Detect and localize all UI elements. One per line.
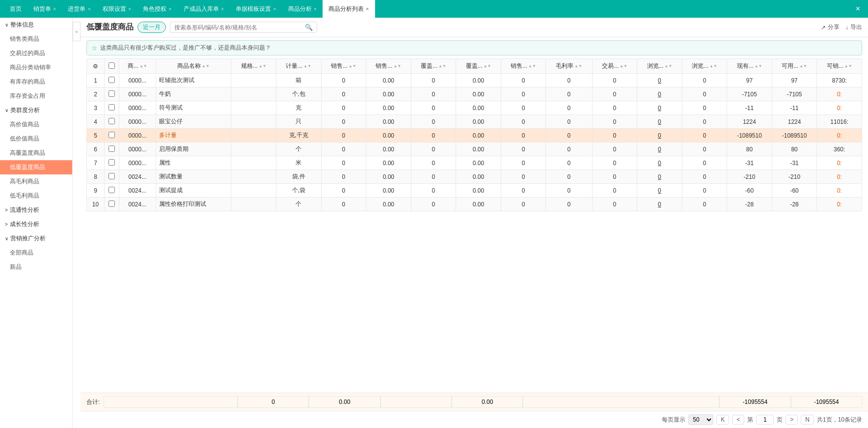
row-select-checkbox[interactable] — [108, 187, 115, 193]
sidebar-item-high-margin[interactable]: 高毛利商品 — [0, 174, 72, 189]
col-available-stock-header[interactable]: 可用...▲▼ — [772, 59, 817, 74]
sidebar-item-low-coverage[interactable]: 低覆盖度商品 — [0, 160, 72, 174]
next-page-button[interactable]: > — [786, 415, 798, 425]
nav-close-all-button[interactable]: × — [852, 4, 864, 13]
row-name[interactable]: 属性 — [156, 156, 231, 170]
sidebar-item-category-rate[interactable]: 商品分类动销率 — [0, 60, 72, 75]
close-icon[interactable]: × — [168, 6, 171, 12]
col-sales-qty-header[interactable]: 销售...▲▼ — [321, 59, 366, 74]
row-name[interactable]: 牛奶 — [156, 87, 231, 101]
close-icon[interactable]: × — [53, 6, 56, 12]
row-select-checkbox[interactable] — [108, 173, 115, 179]
row-select-checkbox[interactable] — [108, 90, 115, 97]
nav-role-auth[interactable]: 角色授权 × — [137, 0, 177, 18]
row-browse1[interactable]: 0 — [637, 129, 682, 143]
col-sales-days-header[interactable]: 销售...▲▼ — [501, 59, 546, 74]
prev-page-button[interactable]: < — [732, 415, 744, 425]
col-coverage1-header[interactable]: 覆盖...▲▼ — [411, 59, 456, 74]
row-select-checkbox[interactable] — [108, 77, 115, 83]
row-browse1[interactable]: 0 — [637, 198, 682, 211]
close-icon[interactable]: × — [221, 6, 224, 12]
row-select-checkbox[interactable] — [108, 104, 115, 111]
nav-product-analysis-list[interactable]: 商品分析列表 × — [323, 0, 375, 18]
row-browse1[interactable]: 0 — [637, 115, 682, 129]
row-name[interactable]: 眼宝公仔 — [156, 115, 231, 129]
nav-template-settings[interactable]: 单据模板设置 × — [230, 0, 282, 18]
row-browse1[interactable]: 0 — [637, 170, 682, 184]
nav-home[interactable]: 首页 — [4, 0, 27, 18]
nav-permissions[interactable]: 权限设置 × — [97, 0, 137, 18]
col-name-header[interactable]: 商品名称▲▼ — [156, 59, 231, 74]
search-box[interactable]: 🔍 — [170, 22, 317, 33]
row-checkbox[interactable] — [105, 129, 119, 143]
row-select-checkbox[interactable] — [108, 145, 115, 152]
row-browse1[interactable]: 0 — [637, 184, 682, 198]
col-checkbox-header[interactable] — [105, 59, 119, 74]
close-icon[interactable]: × — [314, 6, 317, 12]
nav-product-analysis[interactable]: 商品分析 × — [282, 0, 323, 18]
sidebar-item-low-margin[interactable]: 低毛利商品 — [0, 189, 72, 203]
filter-period-button[interactable]: 近一月 — [137, 22, 166, 33]
select-all-checkbox[interactable] — [108, 62, 115, 69]
row-checkbox[interactable] — [105, 115, 119, 129]
sidebar-section-cluster[interactable]: ∨ 类群度分析 — [0, 103, 72, 117]
first-page-button[interactable]: K — [716, 415, 729, 425]
row-browse1[interactable]: 0 — [637, 87, 682, 101]
col-code-header[interactable]: 商...▲▼ — [119, 59, 156, 74]
col-trade-header[interactable]: 交易...▲▼ — [592, 59, 637, 74]
close-icon[interactable]: × — [128, 6, 131, 12]
sidebar-section-growth[interactable]: > 成长性分析 — [0, 217, 72, 231]
row-select-checkbox[interactable] — [108, 200, 115, 207]
row-browse1[interactable]: 0 — [637, 156, 682, 170]
col-current-stock-header[interactable]: 现有...▲▼ — [727, 59, 772, 74]
nav-product-entry[interactable]: 产成品入库单 × — [178, 0, 230, 18]
sidebar-collapse-button[interactable]: « — [73, 22, 81, 41]
row-checkbox[interactable] — [105, 101, 119, 115]
row-select-checkbox[interactable] — [108, 159, 115, 166]
row-name[interactable]: 属性价格打印测试 — [156, 198, 231, 211]
row-name[interactable]: 测试数量 — [156, 170, 231, 184]
sidebar-item-high-coverage[interactable]: 高覆盖度商品 — [0, 146, 72, 160]
row-checkbox[interactable] — [105, 74, 119, 87]
sidebar-item-high-value[interactable]: 高价值商品 — [0, 117, 72, 132]
close-icon[interactable]: × — [366, 6, 369, 12]
sidebar-item-traded-goods[interactable]: 交易过的商品 — [0, 46, 72, 60]
row-name[interactable]: 符号测试 — [156, 101, 231, 115]
sidebar-item-low-value[interactable]: 低价值商品 — [0, 132, 72, 146]
sidebar-section-marketing[interactable]: ∨ 营销推广分析 — [0, 231, 72, 246]
row-browse1[interactable]: 0 — [637, 143, 682, 156]
col-sales-amt-header[interactable]: 销售...▲▼ — [366, 59, 411, 74]
row-select-checkbox[interactable] — [108, 132, 115, 138]
col-gross-margin-header[interactable]: 毛利率▲▼ — [546, 59, 592, 74]
row-checkbox[interactable] — [105, 143, 119, 156]
row-name[interactable]: 测试提成 — [156, 184, 231, 198]
row-name[interactable]: 多计量 — [156, 129, 231, 143]
row-checkbox[interactable] — [105, 184, 119, 198]
row-select-checkbox[interactable] — [108, 118, 115, 124]
row-name[interactable]: 旺辅批次测试 — [156, 74, 231, 87]
sidebar-section-overview[interactable]: ∨ 整体信息 — [0, 18, 72, 32]
sidebar-item-stocked-goods[interactable]: 有库存的商品 — [0, 75, 72, 89]
close-icon[interactable]: × — [273, 6, 276, 12]
share-button[interactable]: ↗ 分享 — [821, 23, 840, 31]
search-input[interactable] — [174, 24, 305, 31]
col-settings[interactable]: ⚙ — [87, 59, 105, 74]
row-checkbox[interactable] — [105, 156, 119, 170]
sidebar-item-inventory-capital[interactable]: 库存资金占用 — [0, 89, 72, 103]
row-checkbox[interactable] — [105, 198, 119, 211]
row-checkbox[interactable] — [105, 87, 119, 101]
col-coverage2-header[interactable]: 覆盖...▲▼ — [456, 59, 501, 74]
row-checkbox[interactable] — [105, 170, 119, 184]
settings-icon[interactable]: ⚙ — [93, 63, 98, 70]
col-browse2-header[interactable]: 浏览...▲▼ — [682, 59, 727, 74]
row-name[interactable]: 启用保质期 — [156, 143, 231, 156]
close-icon[interactable]: × — [87, 6, 90, 12]
nav-purchase-order[interactable]: 进货单 × — [62, 0, 96, 18]
col-unit-header[interactable]: 计量...▲▼ — [276, 59, 322, 74]
sidebar-item-sales-goods[interactable]: 销售类商品 — [0, 32, 72, 46]
export-button[interactable]: ↓ 导出 — [845, 23, 862, 31]
sidebar-section-circulation[interactable]: > 流通性分析 — [0, 203, 72, 217]
col-sellable-header[interactable]: 可销...▲▼ — [817, 59, 862, 74]
per-page-select[interactable]: 50 100 200 — [688, 414, 713, 425]
last-page-button[interactable]: N — [801, 415, 814, 425]
